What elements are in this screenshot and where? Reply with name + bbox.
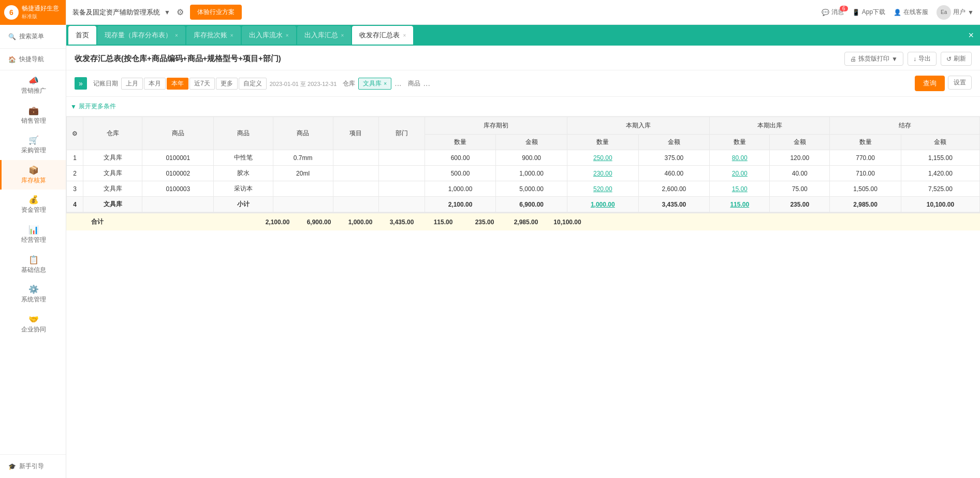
product-more-dots[interactable]: ... [423,79,430,88]
link-value[interactable]: 1,000.00 [591,201,615,208]
sidebar-item-inventory[interactable]: 📦 库存核算 [0,160,66,190]
row-in-qty[interactable]: 520.00 [567,181,638,197]
row-in-qty[interactable]: 230.00 [567,166,638,181]
row-out-amt: 235.00 [770,197,830,212]
tab-close-icon[interactable]: × [286,33,289,38]
sidebar-item-label: 企业协同 [21,326,46,334]
tab-home[interactable]: 首页 [68,26,96,45]
footer-open-amt: 6,900.00 [298,219,340,226]
tab-stock-distribution[interactable]: 现存量（库存分布表） × [97,26,185,45]
footer-out-amt: 235.00 [464,219,505,226]
app-download-action[interactable]: 📱 App下载 [852,8,885,17]
date-label: 记账日期 [93,79,118,88]
row-out-qty[interactable]: 20.00 [710,166,770,181]
user-action[interactable]: Ea 用户 ▼ [937,5,974,20]
search-menu-button[interactable]: 🔍 搜索菜单 [4,29,62,44]
col-settings-header[interactable]: ⚙ [67,117,83,150]
row-close-qty: 1,505.00 [830,181,901,197]
row-code [142,197,214,212]
online-service-action[interactable]: 👤 在线客服 [894,8,928,17]
expand-icon: ▼ [70,103,77,110]
sidebar-logo: 6 畅捷通好生意 标准版 [0,0,66,25]
trial-button[interactable]: 体验行业方案 [190,5,242,20]
refresh-icon: ↺ [946,55,952,63]
row-in-amt: 3,435.00 [638,197,710,212]
link-value[interactable]: 230.00 [593,170,612,177]
tab-close-icon[interactable]: × [403,33,406,38]
link-value[interactable]: 15.00 [732,185,748,193]
date-buttons: 上月 本月 本年 近7天 更多 自定义 [121,78,267,90]
row-in-amt: 375.00 [638,150,710,166]
row-out-qty[interactable]: 80.00 [710,150,770,166]
sidebar-nav: 📣 营销推广 💼 销售管理 🛒 采购管理 📦 库存核算 💰 资金管理 📊 经营管… [0,70,66,454]
row-out-qty[interactable]: 15.00 [710,181,770,197]
sidebar-item-marketing[interactable]: 📣 营销推广 [0,70,66,100]
settings-button[interactable]: ⚙ [174,5,186,19]
sidebar-item-system[interactable]: ⚙️ 系统管理 [0,279,66,309]
tab-inout-flow[interactable]: 出入库流水 × [242,26,296,45]
expand-conditions-button[interactable]: ▼ 展开更多条件 [66,100,120,113]
system-dropdown[interactable]: ▼ [164,9,170,16]
filter-right-actions: 查询 设置 [915,76,972,91]
row-code: 0100001 [142,150,214,166]
tab-close-icon[interactable]: × [230,33,233,38]
quick-nav-button[interactable]: 🏠 快捷导航 [4,52,62,67]
row-warehouse: 文具库 [83,181,142,197]
sidebar-item-operations[interactable]: 📊 经营管理 [0,220,66,250]
row-spec [273,197,333,212]
sidebar-item-basic-info[interactable]: 📋 基础信息 [0,250,66,280]
date-btn-this-year[interactable]: 本年 [167,78,188,90]
row-out-qty[interactable]: 115.00 [710,197,770,212]
date-btn-this-month[interactable]: 本月 [144,78,166,90]
table-row: 4文具库小计2,100.006,900.001,000.003,435.0011… [67,197,980,212]
tab-label: 现存量（库存分布表） [105,31,172,40]
filter-toggle-button[interactable]: » [75,77,87,90]
link-value[interactable]: 20.00 [732,170,748,177]
sidebar-item-label: 采购管理 [21,147,46,155]
tab-batch-account[interactable]: 库存批次账 × [186,26,241,45]
warehouse-tag-close[interactable]: × [384,81,387,86]
export-button[interactable]: ↓ 导出 [908,52,937,66]
tab-inout-summary[interactable]: 出入库汇总 × [297,26,352,45]
page-header: 收发存汇总表(按仓库+商品编码+商品+规格型号+项目+部门) 🖨 拣货版打印 ▼… [66,46,980,70]
tab-close-icon[interactable]: × [341,33,344,38]
tab-close-icon[interactable]: × [175,33,178,38]
guide-button[interactable]: 🎓 新手引导 [4,459,62,474]
system-icon: ⚙️ [28,284,39,294]
header-right: 💬 消息 6 📱 App下载 👤 在线客服 Ea 用户 ▼ [822,5,974,20]
setup-button[interactable]: 设置 [948,76,972,90]
sidebar-item-finance[interactable]: 💰 资金管理 [0,190,66,220]
footer-in-qty: 1,000.00 [340,219,381,226]
sidebar-item-collaboration[interactable]: 🤝 企业协同 [0,309,66,339]
row-in-qty[interactable]: 250.00 [567,150,638,166]
row-out-amt: 120.00 [770,150,830,166]
print-button[interactable]: 🖨 拣货版打印 ▼ [844,52,903,66]
link-value[interactable]: 115.00 [730,201,749,208]
row-dept [379,150,425,166]
date-btn-more[interactable]: 更多 [216,78,238,90]
header-left: 装备及固定资产辅助管理系统 ▼ ⚙ 体验行业方案 [72,5,242,20]
search-icon: 🔍 [8,33,16,40]
message-action[interactable]: 💬 消息 6 [822,8,844,17]
sidebar-item-purchase[interactable]: 🛒 采购管理 [0,130,66,160]
row-close-qty: 2,985.00 [830,197,901,212]
tab-label: 出入库汇总 [304,31,338,40]
row-open-qty: 500.00 [425,166,496,181]
col-spec-header: 商品 [273,117,333,150]
link-value[interactable]: 250.00 [593,154,612,162]
warehouse-more-dots[interactable]: ... [394,79,401,88]
tab-recv-send-summary[interactable]: 收发存汇总表 × [352,26,413,45]
date-btn-last-month[interactable]: 上月 [121,78,143,90]
date-btn-custom[interactable]: 自定义 [239,78,267,90]
link-value[interactable]: 80.00 [732,154,748,162]
refresh-button[interactable]: ↺ 刷新 [941,52,972,66]
date-btn-last-7-days[interactable]: 近7天 [189,78,215,90]
link-value[interactable]: 520.00 [593,185,612,193]
row-dept [379,181,425,197]
sidebar-item-sales[interactable]: 💼 销售管理 [0,100,66,131]
basic-info-icon: 📋 [28,255,39,265]
row-no: 1 [67,150,83,166]
tab-bar-close-button[interactable]: × [964,30,978,41]
query-button[interactable]: 查询 [915,76,945,91]
row-in-qty[interactable]: 1,000.00 [567,197,638,212]
